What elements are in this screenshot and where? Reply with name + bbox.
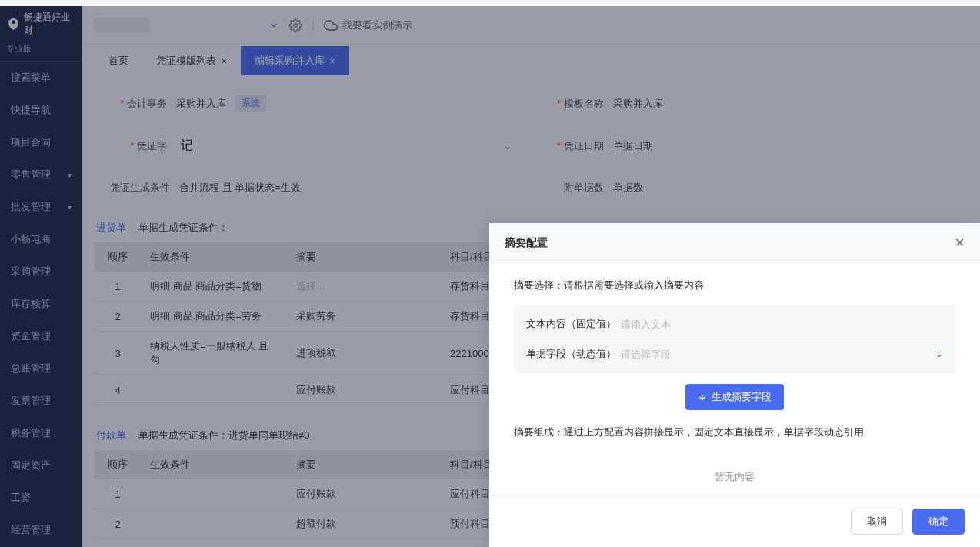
summary-select-hint: 摘要选择：请根据需要选择或输入摘要内容 bbox=[514, 279, 955, 292]
no-content-placeholder: 暂无内容 bbox=[514, 450, 955, 495]
generate-summary-button[interactable]: 生成摘要字段 bbox=[685, 384, 784, 410]
summary-config-modal: 摘要配置 ✕ 摘要选择：请根据需要选择或输入摘要内容 文本内容（固定值） 单据字… bbox=[489, 223, 980, 547]
dynamic-field-select[interactable] bbox=[621, 349, 931, 360]
ok-button[interactable]: 确定 bbox=[912, 509, 965, 535]
compose-hint: 摘要组成：通过上方配置内容拼接显示，固定文本直接显示，单据字段动态引用 bbox=[514, 425, 955, 439]
arrow-down-icon bbox=[698, 392, 707, 402]
chevron-down-icon: ⌄ bbox=[935, 349, 943, 359]
fixed-text-label: 文本内容（固定值） bbox=[526, 317, 616, 331]
close-icon[interactable]: ✕ bbox=[955, 235, 965, 250]
fixed-text-input[interactable] bbox=[621, 319, 943, 330]
dynamic-field-label: 单据字段（动态值） bbox=[526, 347, 616, 361]
cancel-button[interactable]: 取消 bbox=[851, 509, 903, 535]
modal-title: 摘要配置 bbox=[505, 236, 548, 250]
